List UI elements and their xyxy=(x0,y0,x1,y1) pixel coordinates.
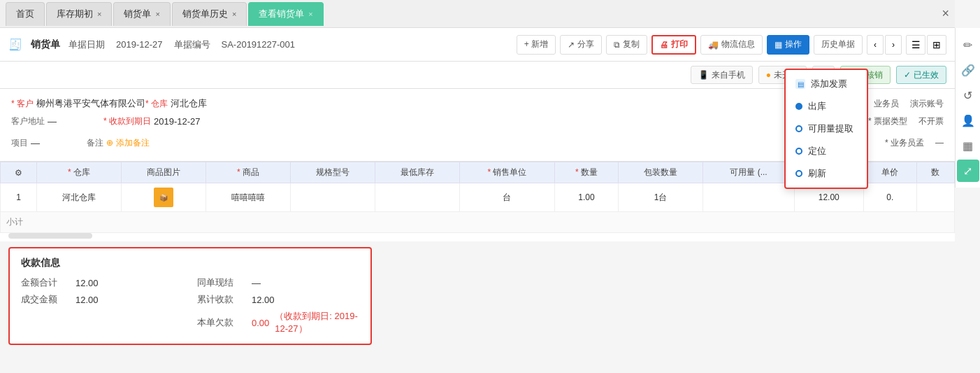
remark-field: 备注 ⊕ 添加备注 xyxy=(87,133,150,153)
tab-sales-order-close[interactable]: × xyxy=(155,10,159,18)
tab-sales-order[interactable]: 销货单 × xyxy=(113,2,170,26)
operate-button[interactable]: ▦ 操作 xyxy=(767,35,809,55)
sidebar-expand-icon[interactable]: ⤢ xyxy=(957,160,979,182)
warehouse-value: 河北仓库 xyxy=(171,97,226,110)
staff-label: 业务员 xyxy=(874,98,899,110)
add-invoice-label: 添加发票 xyxy=(811,78,847,90)
doc-icon: 🧾 xyxy=(8,38,22,51)
row-min-stock xyxy=(375,183,459,212)
logistics-button[interactable]: 🚚 物流信息 xyxy=(700,35,763,55)
locate-icon xyxy=(795,148,802,155)
subtotal-label: 小计 xyxy=(1,212,955,233)
list-view-btn[interactable]: ☰ xyxy=(906,35,925,55)
invoice-icon: ▤ xyxy=(795,79,805,89)
deal-amount-label: 成交金额 xyxy=(21,293,70,306)
sidebar-link-icon[interactable]: 🔗 xyxy=(957,59,979,81)
customer-field: * 客户 柳州粤港平安气体有限公司 xyxy=(11,97,145,110)
customer-value: 柳州粤港平安气体有限公司 xyxy=(36,97,145,110)
address-label: 客户地址 xyxy=(11,115,45,127)
cumulative-value: 12.00 xyxy=(252,295,275,305)
tab-view-sales[interactable]: 查看销货单 × xyxy=(248,2,323,26)
payment-total-value: 12.00 xyxy=(75,278,99,288)
next-arrow[interactable]: › xyxy=(885,35,902,55)
row-amount xyxy=(916,183,954,212)
from-phone-btn[interactable]: 📱 来自手机 xyxy=(691,66,753,84)
phone-icon: 📱 xyxy=(698,70,709,80)
copy-icon: ⧉ xyxy=(614,40,620,50)
sidebar-edit-icon[interactable]: ✏ xyxy=(957,34,979,56)
col-unit: 销售单位 xyxy=(459,162,554,183)
payment-total-row: 金额合计 12.00 xyxy=(21,276,183,289)
col-price: 单价 xyxy=(863,162,916,183)
same-order-label: 同单现结 xyxy=(197,276,246,289)
project-label: 项目 xyxy=(11,137,28,149)
payment-title: 收款信息 xyxy=(21,257,359,269)
refresh-icon xyxy=(795,170,802,177)
tab-sales-order-label: 销货单 xyxy=(124,8,151,20)
same-order-value: — xyxy=(252,278,261,288)
tab-home-label: 首页 xyxy=(16,8,34,20)
payment-date-label: * 收款到期日 xyxy=(103,115,151,127)
row-unit: 台 xyxy=(459,183,554,212)
window-close-button[interactable]: × xyxy=(942,6,949,21)
deal-amount-value: 12.00 xyxy=(75,295,99,305)
tab-sales-history-label: 销货单历史 xyxy=(182,8,228,20)
outbound-item[interactable]: 出库 xyxy=(786,95,867,118)
available-qty-icon xyxy=(795,125,802,132)
sidebar-grid-icon[interactable]: ▦ xyxy=(957,134,979,157)
grid-view-btn[interactable]: ⊞ xyxy=(927,35,946,55)
ticket-field: * 票据类型 不开票 xyxy=(868,115,944,127)
address-value: — xyxy=(48,116,103,127)
row-img: 📦 xyxy=(122,183,206,212)
operator-field: * 业务员孟 — xyxy=(885,137,944,149)
remark-label: 备注 xyxy=(87,137,103,149)
tab-view-sales-close[interactable]: × xyxy=(308,10,312,18)
locate-label: 定位 xyxy=(808,145,826,157)
grid-icon: ▦ xyxy=(774,40,782,50)
locate-item[interactable]: 定位 xyxy=(786,140,867,162)
tab-inventory-init[interactable]: 库存期初 × xyxy=(46,2,112,26)
payment-date-field: * 收款到期日 2019-12-27 xyxy=(103,115,210,127)
row-pack-qty: 1台 xyxy=(619,183,703,212)
tab-inventory-init-label: 库存期初 xyxy=(57,8,93,20)
tab-sales-history[interactable]: 销货单历史 × xyxy=(172,2,247,26)
tab-bar: 首页 库存期初 × 销货单 × 销货单历史 × 查看销货单 × × xyxy=(0,0,955,28)
history-button[interactable]: 历史单据 xyxy=(814,35,863,55)
print-icon: 🖨 xyxy=(660,40,668,50)
plus-icon: ⊕ xyxy=(106,138,113,148)
col-amount: 数 xyxy=(916,162,954,183)
doc-date-label: 单据日期 xyxy=(69,38,105,51)
warehouse-label: * 仓库 xyxy=(145,98,168,110)
deal-amount-row: 成交金额 12.00 xyxy=(21,293,183,306)
row-warehouse: 河北仓库 xyxy=(37,183,122,212)
sidebar-user-icon[interactable]: 👤 xyxy=(957,109,979,132)
row-available xyxy=(703,183,795,212)
col-available: 可用量 (... xyxy=(703,162,795,183)
effective-btn[interactable]: ✓ 已生效 xyxy=(896,66,946,84)
tab-sales-history-close[interactable]: × xyxy=(232,10,236,18)
new-button[interactable]: + 新增 xyxy=(517,35,556,55)
col-product: 商品 xyxy=(206,162,291,183)
same-order-settlement-row: 同单现结 — xyxy=(197,276,359,289)
effective-icon: ✓ xyxy=(904,70,911,80)
refresh-item[interactable]: 刷新 xyxy=(786,162,867,185)
row-product: 嘻嘻嘻嘻 xyxy=(206,183,291,212)
available-qty-item[interactable]: 可用量提取 xyxy=(786,118,867,140)
copy-button[interactable]: ⧉ 复制 xyxy=(606,35,647,55)
operator-value: — xyxy=(935,138,944,148)
doc-title: 销货单 xyxy=(31,38,60,51)
doc-number-value: SA-20191227-001 xyxy=(222,39,296,50)
balance-value: 0.00 xyxy=(252,318,269,328)
tab-inventory-init-close[interactable]: × xyxy=(97,10,101,18)
right-sidebar: ✏ 🔗 ↺ 👤 ▦ ⤢ xyxy=(955,28,980,188)
share-button[interactable]: ↗ 分享 xyxy=(560,35,602,55)
print-button[interactable]: 🖨 打印 xyxy=(651,35,696,55)
tab-home[interactable]: 首页 xyxy=(6,2,45,26)
add-remark-button[interactable]: ⊕ 添加备注 xyxy=(106,133,150,153)
prev-arrow[interactable]: ‹ xyxy=(867,35,884,55)
payment-total-label: 金额合计 xyxy=(21,276,70,289)
sidebar-refresh-icon[interactable]: ↺ xyxy=(957,84,979,106)
logistics-icon: 🚚 xyxy=(708,40,719,50)
add-invoice-item[interactable]: ▤ 添加发票 xyxy=(786,73,867,95)
row-qty: 1.00 xyxy=(554,183,618,212)
